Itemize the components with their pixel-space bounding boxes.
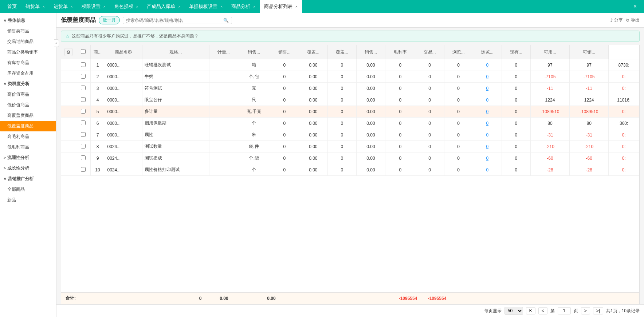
row-checkbox[interactable]	[81, 132, 86, 137]
sidebar-item-new-goods[interactable]: 新品	[0, 195, 56, 205]
nav-product-analysis[interactable]: 商品分析 ×	[227, 0, 260, 13]
share-button[interactable]: ⤴ 分享	[610, 17, 623, 23]
row-browse1[interactable]: 0	[473, 71, 502, 83]
row-checkbox-cell[interactable]	[76, 71, 90, 83]
nav-template-settings[interactable]: 单据模板设置 ×	[185, 0, 227, 13]
sidebar-item-high-coverage[interactable]: 高覆盖度商品	[0, 110, 56, 121]
row-checkbox[interactable]	[81, 109, 86, 114]
close-all-button[interactable]: ×	[629, 3, 641, 10]
sidebar-item-low-margin[interactable]: 低毛利商品	[0, 142, 56, 152]
search-input[interactable]	[126, 18, 222, 23]
sidebar-section-growth[interactable]: > 成长性分析	[0, 163, 56, 174]
row-index: 9	[90, 152, 105, 164]
row-sales-amt: 0.00	[299, 152, 327, 164]
row-browse1[interactable]: 0	[473, 83, 502, 94]
row-browse2: 0	[502, 83, 530, 94]
row-gross-rate: 0	[415, 106, 444, 118]
row-available: 80	[570, 118, 609, 129]
sidebar-item-high-margin[interactable]: 高毛利商品	[0, 131, 56, 142]
sidebar-item-low-value[interactable]: 低价值商品	[0, 100, 56, 110]
sidebar-item-traded-goods[interactable]: 交易过的商品	[0, 36, 56, 47]
row-checkbox[interactable]	[81, 62, 86, 67]
row-checkbox-cell[interactable]	[76, 129, 90, 141]
close-icon[interactable]: ×	[295, 5, 298, 9]
nav-product-analysis-list[interactable]: 商品分析列表 ×	[260, 0, 302, 13]
close-icon[interactable]: ×	[220, 5, 223, 9]
row-name: 符号测试	[142, 83, 209, 94]
sidebar-section-marketing[interactable]: ∨ 营销推广分析	[0, 174, 56, 184]
close-icon[interactable]: ×	[253, 5, 255, 9]
nav-role-auth[interactable]: 角色授权 ×	[110, 0, 143, 13]
row-available: 97	[570, 59, 609, 71]
col-settings[interactable]: ⚙	[61, 45, 76, 59]
row-browse1[interactable]: 0	[473, 152, 502, 164]
close-icon[interactable]: ×	[136, 5, 138, 9]
row-checkbox[interactable]	[81, 74, 86, 79]
sidebar-section-overall[interactable]: ∨ 整体信息	[0, 15, 56, 26]
nav-sales[interactable]: 销货单 ×	[21, 0, 49, 13]
close-icon[interactable]: ×	[103, 5, 106, 9]
close-icon[interactable]: ×	[71, 5, 73, 9]
row-checkbox-cell[interactable]	[76, 94, 90, 106]
nav-home[interactable]: 首页	[3, 0, 21, 13]
settings-icon[interactable]: ⚙	[64, 48, 72, 56]
sidebar-item-all-goods[interactable]: 全部商品	[0, 184, 56, 195]
col-trade: 交易...	[415, 45, 444, 59]
sidebar-item-stocked-goods[interactable]: 有库存商品	[0, 58, 56, 68]
next-page-button[interactable]: >	[581, 307, 590, 314]
row-checkbox-cell[interactable]	[76, 83, 90, 94]
row-browse1[interactable]: 0	[473, 141, 502, 152]
close-icon[interactable]: ×	[43, 5, 45, 9]
page-input[interactable]	[558, 307, 571, 314]
search-box[interactable]: 🔍	[123, 17, 232, 24]
sidebar-item-high-value[interactable]: 高价值商品	[0, 89, 56, 100]
row-checkbox-cell[interactable]	[76, 152, 90, 164]
first-page-button[interactable]: K	[526, 307, 535, 314]
per-page-select[interactable]: 50 10 20 100	[504, 307, 523, 315]
nav-permissions[interactable]: 权限设置 ×	[77, 0, 110, 13]
row-checkbox[interactable]	[81, 86, 86, 90]
nav-product-warehouse[interactable]: 产成品入库单 ×	[142, 0, 185, 13]
row-browse1[interactable]: 0	[473, 118, 502, 129]
row-checkbox[interactable]	[81, 155, 86, 160]
prev-page-button[interactable]: <	[538, 307, 547, 314]
data-table-container[interactable]: ⚙ 商... 商品名称 规格... 计量... 销售... 销售... 覆盖..…	[61, 45, 640, 293]
row-browse1[interactable]: 0	[473, 94, 502, 106]
row-sales-amt: 0.00	[299, 94, 327, 106]
row-checkbox-cell[interactable]	[76, 106, 90, 118]
col-sales3: 销售...	[356, 45, 385, 59]
sidebar-item-low-coverage[interactable]: 低覆盖度商品	[0, 121, 56, 131]
row-browse1[interactable]: 0	[473, 129, 502, 141]
row-browse1[interactable]: 0	[473, 164, 502, 176]
row-checkbox[interactable]	[81, 144, 86, 148]
row-checkbox[interactable]	[81, 120, 86, 125]
sidebar-item-category-rate[interactable]: 商品分类动销率	[0, 47, 56, 58]
row-checkbox[interactable]	[81, 167, 86, 172]
close-icon[interactable]: ×	[178, 5, 180, 9]
row-sellable: 0:	[609, 129, 639, 141]
nav-purchase[interactable]: 进货单 ×	[49, 0, 77, 13]
row-checkbox-cell[interactable]	[76, 141, 90, 152]
row-spec	[209, 94, 238, 106]
row-browse1[interactable]: 0	[473, 106, 502, 118]
sidebar-section-category-analysis[interactable]: ∨ 类群度分析	[0, 79, 56, 89]
row-checkbox[interactable]	[81, 97, 86, 102]
row-checkbox-cell[interactable]	[76, 59, 90, 71]
col-checkbox[interactable]	[76, 45, 90, 59]
sidebar-section-liquidity[interactable]: > 流通性分析	[0, 152, 56, 163]
last-page-button[interactable]: >|	[593, 307, 603, 314]
row-checkbox-cell[interactable]	[76, 118, 90, 129]
export-button[interactable]: ↻ 导出	[626, 17, 640, 23]
row-code: 0024...	[105, 152, 142, 164]
row-checkbox-cell[interactable]	[76, 164, 90, 176]
row-name: 眼宝公仔	[142, 94, 209, 106]
select-all-checkbox[interactable]	[81, 49, 86, 54]
sidebar-item-sales-goods[interactable]: 销售类商品	[0, 26, 56, 36]
row-browse2: 0	[502, 71, 530, 83]
row-available: -1089510	[570, 106, 609, 118]
row-current: -1089510	[530, 106, 569, 118]
period-button[interactable]: 近一月	[99, 16, 120, 24]
sidebar-collapse-button[interactable]: «	[54, 39, 59, 47]
sidebar-item-inventory-capital[interactable]: 库存资金占用	[0, 68, 56, 79]
row-browse1[interactable]: 0	[473, 59, 502, 71]
